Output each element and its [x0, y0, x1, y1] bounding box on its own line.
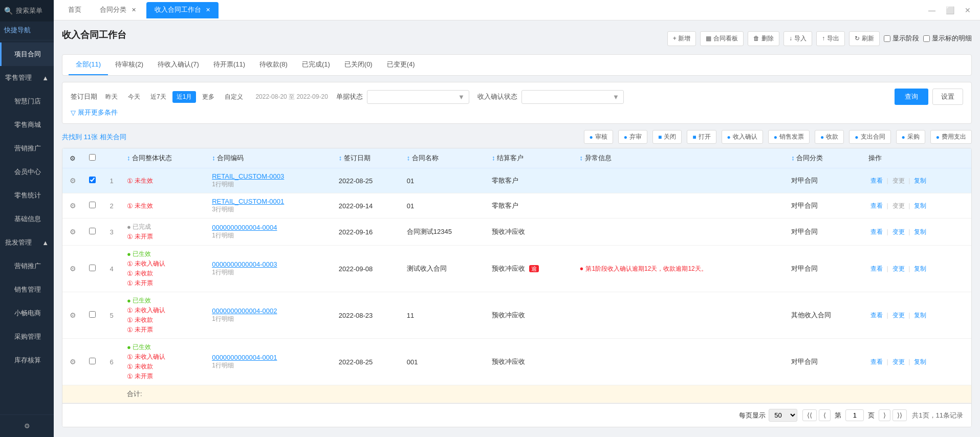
export-button[interactable]: ↑ 导出: [816, 31, 845, 46]
view-btn-4[interactable]: 查看: [868, 265, 885, 272]
change-btn-3[interactable]: 变更: [890, 228, 907, 235]
filter-tab-changed[interactable]: 已变更(4): [380, 55, 422, 75]
action-output-contract-btn[interactable]: ● 支出合同: [849, 130, 890, 144]
window-minimize-btn[interactable]: —: [925, 5, 939, 15]
filter-tab-closed[interactable]: 已关闭(0): [337, 55, 380, 75]
sidebar-item-basic-info[interactable]: 基础信息: [0, 207, 54, 231]
sidebar-item-marketing2[interactable]: 营销推广: [0, 254, 54, 278]
copy-btn-4[interactable]: 复制: [912, 265, 928, 272]
contract-link-2[interactable]: RETAIL_CUSTOM-0001: [212, 198, 284, 205]
view-btn-6[interactable]: 查看: [868, 358, 885, 365]
view-btn-3[interactable]: 查看: [868, 228, 885, 235]
sidebar-item-wholesale-mgmt[interactable]: 批发管理 ▲: [0, 231, 54, 254]
filter-tab-all[interactable]: 全部(11): [69, 55, 108, 75]
tab-home[interactable]: 首页: [60, 1, 90, 19]
tab-income-workbench[interactable]: 收入合同工作台 ✕: [146, 2, 219, 18]
next-page-btn[interactable]: ⟩: [879, 409, 890, 421]
query-button[interactable]: 查询: [895, 89, 928, 105]
copy-btn-1[interactable]: 复制: [912, 177, 928, 184]
select-all-checkbox[interactable]: [89, 154, 96, 161]
window-close-btn[interactable]: ✕: [962, 5, 974, 15]
doc-status-select[interactable]: ▼: [367, 90, 469, 104]
page-number-input[interactable]: [845, 409, 864, 421]
change-btn-4[interactable]: 变更: [890, 265, 907, 272]
new-button[interactable]: + 新增: [667, 31, 696, 46]
copy-btn-6[interactable]: 复制: [912, 358, 928, 365]
date-shortcut-yesterday[interactable]: 昨天: [101, 91, 122, 103]
prev-page-btn[interactable]: ⟨: [819, 409, 831, 421]
change-btn-6[interactable]: 变更: [890, 358, 907, 365]
sidebar-item-marketing[interactable]: 营销推广: [0, 137, 54, 160]
row-gear-2[interactable]: ⚙: [62, 193, 83, 218]
tab-close-contract-category[interactable]: ✕: [132, 7, 136, 13]
date-shortcut-custom[interactable]: 自定义: [221, 91, 247, 103]
search-settings-button[interactable]: 设置: [932, 89, 963, 105]
income-confirm-select[interactable]: ▼: [521, 90, 624, 104]
action-payment-btn[interactable]: ● 收款: [815, 130, 844, 144]
date-shortcut-today[interactable]: 今天: [124, 91, 144, 103]
contract-link-3[interactable]: 0000000000004-0004: [212, 224, 277, 231]
sidebar-item-purchase[interactable]: 采购管理: [0, 325, 54, 348]
action-open-btn[interactable]: ■ 打开: [687, 130, 716, 144]
copy-btn-3[interactable]: 复制: [912, 228, 928, 235]
first-page-btn[interactable]: ⟨⟨: [802, 409, 817, 421]
row-gear-5[interactable]: ⚙: [62, 292, 83, 339]
col-gear[interactable]: ⚙: [62, 148, 83, 168]
date-shortcut-more[interactable]: 更多: [198, 91, 219, 103]
sidebar-settings[interactable]: ⚙: [0, 414, 54, 437]
sidebar-item-smart-store[interactable]: 智慧门店: [0, 90, 54, 113]
tab-close-income-workbench[interactable]: ✕: [206, 7, 210, 13]
show-detail-toggle[interactable]: 显示标的明细: [923, 34, 972, 43]
contract-link-1[interactable]: RETAIL_CUSTOM-0003: [212, 172, 284, 180]
row-checkbox-1[interactable]: [83, 168, 101, 193]
date-shortcut-month[interactable]: 近1月: [172, 91, 197, 103]
row-gear-3[interactable]: ⚙: [62, 218, 83, 246]
action-income-confirm-btn[interactable]: ● 收入确认: [722, 130, 763, 144]
change-btn-2[interactable]: 变更: [890, 202, 907, 209]
sidebar-search[interactable]: 🔍 搜索菜单: [0, 0, 54, 21]
tab-contract-category[interactable]: 合同分类 ✕: [92, 1, 144, 19]
filter-tab-completed[interactable]: 已完成(1): [295, 55, 337, 75]
action-expense-output-btn[interactable]: ● 费用支出: [930, 130, 972, 144]
view-btn-2[interactable]: 查看: [868, 202, 885, 209]
sidebar-item-retail-stats[interactable]: 零售统计: [0, 184, 54, 207]
expand-conditions-btn[interactable]: ▽ 展开更多条件: [71, 108, 963, 117]
change-btn-1[interactable]: 变更: [890, 177, 907, 184]
delete-button[interactable]: 🗑 删除: [748, 31, 779, 46]
col-checkbox[interactable]: [83, 148, 101, 168]
import-button[interactable]: ↓ 导入: [783, 31, 812, 46]
copy-btn-2[interactable]: 复制: [912, 202, 928, 209]
view-btn-1[interactable]: 查看: [868, 177, 885, 184]
action-abandon-btn[interactable]: ● 弃审: [618, 130, 647, 144]
row-gear-1[interactable]: ⚙: [62, 168, 83, 193]
row-checkbox-2[interactable]: [83, 193, 101, 218]
window-maximize-btn[interactable]: ⬜: [943, 5, 957, 15]
sidebar-item-retail-commerce[interactable]: 零售商城: [0, 113, 54, 137]
row-checkbox-6[interactable]: [83, 339, 101, 385]
row-checkbox-3[interactable]: [83, 218, 101, 246]
sidebar-item-project[interactable]: 项目合同: [0, 42, 54, 66]
row-gear-6[interactable]: ⚙: [62, 339, 83, 385]
contract-link-5[interactable]: 0000000000004-0002: [212, 307, 277, 315]
action-review-btn[interactable]: ● 审核: [584, 130, 613, 144]
last-page-btn[interactable]: ⟩⟩: [892, 409, 907, 421]
per-page-select[interactable]: 10 20 50 100: [769, 409, 797, 422]
show-stages-toggle[interactable]: 显示阶段: [884, 34, 919, 43]
change-btn-5[interactable]: 变更: [890, 312, 907, 319]
contract-link-4[interactable]: 0000000000004-0003: [212, 260, 277, 268]
filter-tab-pending-confirm[interactable]: 待收入确认(7): [150, 55, 206, 75]
action-sales-invoice-btn[interactable]: ● 销售发票: [768, 130, 810, 144]
sidebar-item-member[interactable]: 会员中心: [0, 160, 54, 184]
date-shortcut-week[interactable]: 近7天: [146, 91, 170, 103]
action-close-btn[interactable]: ■ 关闭: [652, 130, 682, 144]
copy-btn-5[interactable]: 复制: [912, 312, 928, 319]
view-btn-5[interactable]: 查看: [868, 312, 885, 319]
kanban-button[interactable]: ▦ 合同看板: [700, 31, 744, 46]
sidebar-item-sales-mgmt[interactable]: 销售管理: [0, 278, 54, 301]
sidebar-nav-quick[interactable]: 快捷导航: [0, 21, 54, 40]
filter-tab-pending-review[interactable]: 待审核(2): [108, 55, 150, 75]
action-purchase-btn[interactable]: ● 采购: [896, 130, 925, 144]
filter-tab-pending-payment[interactable]: 待收款(8): [252, 55, 295, 75]
row-checkbox-4[interactable]: [83, 246, 101, 292]
contract-link-6[interactable]: 0000000000004-0001: [212, 354, 277, 361]
